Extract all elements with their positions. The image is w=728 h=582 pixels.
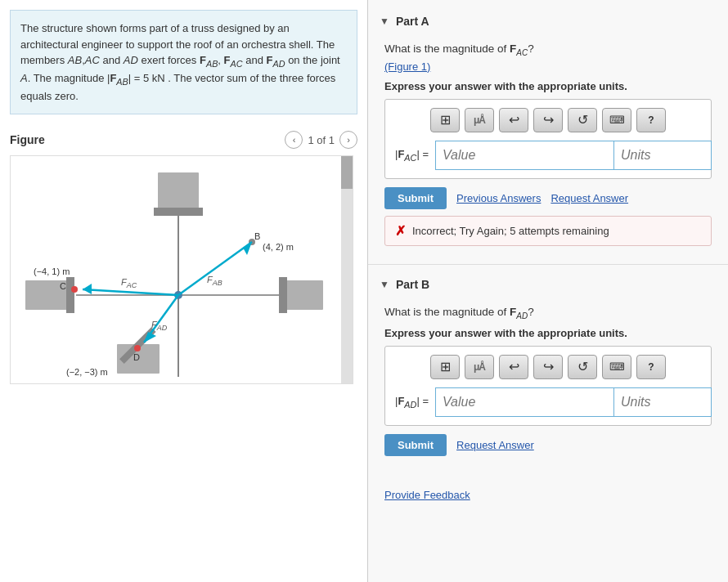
part-a-action-row: Submit Previous Answers Request Answer bbox=[384, 187, 712, 209]
part-a-figure-link[interactable]: (Figure 1) bbox=[384, 60, 430, 73]
figure-scrollbar-thumb[interactable] bbox=[341, 156, 353, 189]
part-b-content: What is the magnitude of FAD? Express yo… bbox=[368, 298, 728, 472]
part-a-value-input[interactable] bbox=[435, 141, 613, 170]
svg-rect-8 bbox=[154, 208, 203, 216]
part-a-units-input[interactable] bbox=[613, 141, 712, 170]
part-a-input-label: |FAC| = bbox=[395, 148, 429, 163]
part-b-answer-box: ⊞ μÅ ↩ ↪ ↺ ⌨ ? |FAD| = bbox=[384, 346, 712, 426]
figure-canvas: x y bbox=[10, 155, 353, 384]
svg-text:(4, 2) m: (4, 2) m bbox=[263, 242, 294, 252]
part-b-keyboard-button[interactable]: ⌨ bbox=[602, 355, 631, 379]
part-a-redo-button[interactable]: ↪ bbox=[533, 108, 563, 132]
part-a-content: What is the magnitude of FAC? (Figure 1)… bbox=[368, 34, 728, 256]
part-b-question: What is the magnitude of FAD? bbox=[384, 304, 712, 322]
part-b-help-button[interactable]: ? bbox=[636, 355, 666, 379]
svg-text:(−2, −3) m: (−2, −3) m bbox=[66, 367, 108, 377]
part-a-keyboard-button[interactable]: ⌨ bbox=[602, 108, 631, 132]
part-b-undo-button[interactable]: ↩ bbox=[499, 355, 528, 379]
part-a-input-row: |FAC| = bbox=[395, 141, 701, 170]
svg-text:D: D bbox=[133, 352, 140, 362]
part-b-input-label: |FAD| = bbox=[395, 395, 429, 410]
part-b-toolbar: ⊞ μÅ ↩ ↪ ↺ ⌨ ? bbox=[395, 355, 701, 379]
part-b-express-text: Express your answer with the appropriate… bbox=[384, 327, 712, 339]
next-figure-button[interactable]: › bbox=[339, 131, 357, 149]
right-panel: ▼ Part A What is the magnitude of FAC? (… bbox=[368, 0, 728, 582]
part-b-header[interactable]: ▼ Part B bbox=[368, 271, 728, 298]
part-a-undo-button[interactable]: ↩ bbox=[499, 108, 528, 132]
part-a-refresh-button[interactable]: ↺ bbox=[568, 108, 597, 132]
figure-diagram: x y bbox=[11, 156, 343, 384]
part-b-input-row: |FAD| = bbox=[395, 387, 701, 417]
part-a-error-text: Incorrect; Try Again; 5 attempts remaini… bbox=[412, 225, 609, 237]
part-b-value-input[interactable] bbox=[435, 387, 613, 417]
section-divider bbox=[368, 264, 728, 265]
prev-figure-button[interactable]: ‹ bbox=[285, 131, 303, 149]
part-a-grid-button[interactable]: ⊞ bbox=[430, 108, 460, 132]
svg-text:(−4, 1) m: (−4, 1) m bbox=[34, 266, 70, 276]
part-a-question: What is the magnitude of FAC? (Figure 1) bbox=[384, 41, 712, 75]
svg-rect-12 bbox=[279, 277, 287, 313]
part-b-arrow: ▼ bbox=[380, 279, 389, 290]
part-b-refresh-button[interactable]: ↺ bbox=[568, 355, 597, 379]
part-a-mu-button[interactable]: μÅ bbox=[465, 108, 494, 132]
part-b-title: Part B bbox=[396, 278, 429, 291]
svg-point-19 bbox=[71, 286, 78, 293]
part-b-section: ▼ Part B What is the magnitude of FAD? E… bbox=[368, 271, 728, 472]
provide-feedback-link[interactable]: Provide Feedback bbox=[368, 481, 728, 509]
part-a-title: Part A bbox=[396, 15, 429, 28]
part-a-help-button[interactable]: ? bbox=[636, 108, 666, 132]
svg-rect-10 bbox=[66, 277, 74, 313]
part-a-answer-box: ⊞ μÅ ↩ ↪ ↺ ⌨ ? |FAC| = bbox=[384, 99, 712, 179]
left-panel: The structure shown forms part of a trus… bbox=[0, 0, 368, 582]
part-a-submit-button[interactable]: Submit bbox=[384, 187, 447, 209]
svg-text:B: B bbox=[254, 231, 260, 241]
part-a-prev-answers-button[interactable]: Previous Answers bbox=[456, 192, 541, 204]
part-a-error-box: ✗ Incorrect; Try Again; 5 attempts remai… bbox=[384, 216, 712, 246]
error-icon: ✗ bbox=[395, 223, 406, 239]
figure-header: Figure ‹ 1 of 1 › bbox=[10, 131, 357, 149]
figure-nav: ‹ 1 of 1 › bbox=[285, 131, 357, 149]
figure-title: Figure bbox=[10, 133, 45, 146]
part-b-mu-button[interactable]: μÅ bbox=[465, 355, 494, 379]
part-b-redo-button[interactable]: ↪ bbox=[533, 355, 563, 379]
problem-description: The structure shown forms part of a trus… bbox=[10, 10, 357, 114]
svg-point-22 bbox=[134, 345, 141, 351]
svg-rect-7 bbox=[158, 172, 199, 209]
part-a-arrow: ▼ bbox=[380, 16, 389, 27]
figure-section: Figure ‹ 1 of 1 › x bbox=[0, 124, 367, 582]
part-a-request-answer-button[interactable]: Request Answer bbox=[550, 192, 628, 204]
part-b-request-answer-button[interactable]: Request Answer bbox=[456, 439, 534, 451]
part-a-header[interactable]: ▼ Part A bbox=[368, 8, 728, 34]
figure-page: 1 of 1 bbox=[308, 134, 335, 146]
figure-scrollbar[interactable] bbox=[341, 156, 353, 383]
part-b-units-input[interactable] bbox=[613, 387, 712, 417]
part-b-action-row: Submit Request Answer bbox=[384, 434, 712, 456]
part-a-section: ▼ Part A What is the magnitude of FAC? (… bbox=[368, 8, 728, 256]
part-a-toolbar: ⊞ μÅ ↩ ↪ ↺ ⌨ ? bbox=[395, 108, 701, 132]
svg-text:C: C bbox=[60, 281, 66, 291]
part-b-submit-button[interactable]: Submit bbox=[384, 434, 447, 456]
part-a-express-text: Express your answer with the appropriate… bbox=[384, 80, 712, 92]
part-b-grid-button[interactable]: ⊞ bbox=[430, 355, 460, 379]
